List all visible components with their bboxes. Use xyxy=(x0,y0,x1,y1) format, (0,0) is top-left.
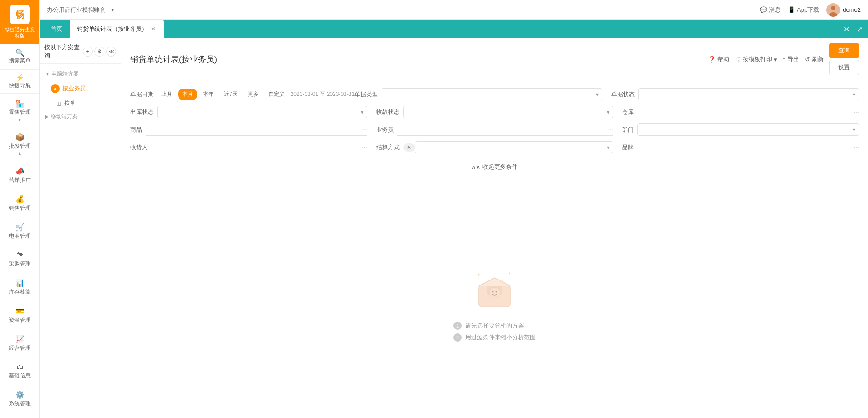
page-actions: ❓ 帮助 🖨 按模板打印 ▾ ↑ 导出 ↺ 刷新 xyxy=(708,43,859,75)
app-subtitle: 标版 xyxy=(4,33,36,39)
sidebar-item-retail[interactable]: 🏪 零售管理 ▼ xyxy=(0,94,39,128)
tip-num-2: 2 xyxy=(453,333,462,342)
system-icon: ⚙️ xyxy=(15,390,24,399)
scheme-subitem-by-order[interactable]: ⊞ 按单 xyxy=(40,97,121,110)
date-btn-last7[interactable]: 近7天 xyxy=(220,89,242,100)
tab-close-icon[interactable]: ✕ xyxy=(150,25,156,33)
left-panel: 按以下方案查询 + ⚙ ≪ ▼ 电脑端方案 xyxy=(40,38,121,418)
print-btn[interactable]: 🖨 按模板打印 ▾ xyxy=(735,55,777,63)
purchase-icon: 🛍 xyxy=(16,251,24,259)
help-icon: ❓ xyxy=(708,56,716,63)
filter-area: 单据日期 上月 本月 本年 近7天 更多 自定义 2023-03-01 至 20… xyxy=(121,81,868,182)
operations-icon: 📈 xyxy=(15,335,24,343)
topbar: 办公用品行业模拟账套 ▾ 💬 消息 📱 App下载 demo2 xyxy=(40,0,868,20)
filter-receiver: 收货人 ··· xyxy=(130,142,367,153)
sidebar-item-base[interactable]: 🗂 基础信息 xyxy=(0,357,39,385)
app-download-label: App下载 xyxy=(797,6,819,14)
topbar-dropdown-icon[interactable]: ▾ xyxy=(111,6,114,13)
settlement-select[interactable] xyxy=(415,141,613,153)
tab-close-window-icon[interactable]: ✕ xyxy=(842,23,851,35)
message-btn[interactable]: 💬 消息 xyxy=(760,6,781,14)
help-btn[interactable]: ❓ 帮助 xyxy=(708,55,729,63)
filter-row-2: 出库状态 收款状态 xyxy=(130,106,859,118)
brand-dots-btn[interactable]: ··· xyxy=(854,143,859,151)
query-action-area: 查询 设置 xyxy=(829,43,859,75)
stock-status-select[interactable] xyxy=(157,106,367,118)
doc-type-select[interactable] xyxy=(382,88,602,100)
refresh-btn[interactable]: ↺ 刷新 xyxy=(805,55,824,63)
tab-sales-stats[interactable]: 销货单统计表（按业务员） ✕ xyxy=(70,20,164,38)
sidebar-item-operations[interactable]: 📈 经营管理 xyxy=(0,329,39,357)
brand-input[interactable] xyxy=(637,142,852,153)
dept-label: 部门 xyxy=(622,126,634,134)
settings-btn[interactable]: 设置 xyxy=(829,60,859,75)
sidebar-nav: 🏪 零售管理 ▼ 📦 批发管理 ▲ 📣 营销推广 💰 销售管理 🛒 电商管理 🛍… xyxy=(0,94,39,418)
empty-state: ✦ ✦ ✦ 1 请先选择要分析的方案 2 用过滤条件来缩小分析范围 xyxy=(121,182,868,418)
warehouse-dots-btn[interactable]: ··· xyxy=(854,108,859,115)
sidebar-item-sales[interactable]: 💰 销售管理 xyxy=(0,190,39,218)
date-btn-last-month[interactable]: 上月 xyxy=(157,89,176,100)
scheme-section: ▼ 电脑端方案 ● 按业务员 ⊞ 按单 ▶ 移动端方案 xyxy=(40,64,121,127)
sidebar-quick-nav[interactable]: ⚡ 快捷导航 xyxy=(0,70,39,94)
logo-icon: 畅 xyxy=(15,9,24,21)
desktop-group-label[interactable]: ▼ 电脑端方案 xyxy=(40,67,121,81)
receiver-dots-btn[interactable]: ··· xyxy=(362,143,367,151)
left-panel-title: 按以下方案查询 xyxy=(44,43,80,60)
sidebar-item-inventory[interactable]: 📊 库存核算 xyxy=(0,273,39,301)
tab-home-label: 首页 xyxy=(51,25,62,33)
goods-input[interactable] xyxy=(146,124,360,135)
add-scheme-btn[interactable]: + xyxy=(83,47,93,57)
salesperson-dots-btn[interactable]: ··· xyxy=(608,126,613,133)
scheme-settings-btn[interactable]: ⚙ xyxy=(94,47,104,57)
collapse-bar[interactable]: ∧∧ 收起更多条件 xyxy=(130,159,859,175)
tip-text-2: 用过滤条件来缩小分析范围 xyxy=(465,333,536,342)
scheme-item-by-salesperson[interactable]: ● 按业务员 xyxy=(40,81,121,97)
receiver-input[interactable] xyxy=(151,142,360,153)
inventory-icon: 📊 xyxy=(15,279,24,287)
date-btn-this-year[interactable]: 本年 xyxy=(199,89,218,100)
stock-status-select-wrap xyxy=(157,106,367,118)
date-btn-more[interactable]: 更多 xyxy=(244,89,263,100)
sidebar-search[interactable]: 🔍 搜索菜单 xyxy=(0,44,39,70)
quick-nav-label: 快捷导航 xyxy=(9,82,31,89)
filter-brand: 品牌 ··· xyxy=(622,142,859,153)
sidebar-item-wholesale[interactable]: 📦 批发管理 ▲ xyxy=(0,128,39,162)
pay-status-select[interactable] xyxy=(403,106,613,118)
tabbar: 首页 销货单统计表（按业务员） ✕ ✕ ⤢ xyxy=(40,20,868,38)
tab-home[interactable]: 首页 xyxy=(43,20,70,38)
panel-collapse-btn[interactable]: ≪ xyxy=(106,47,116,57)
goods-dots-btn[interactable]: ··· xyxy=(362,126,367,133)
query-btn[interactable]: 查询 xyxy=(829,43,859,58)
dept-select[interactable] xyxy=(637,124,859,136)
salesperson-input[interactable] xyxy=(397,124,606,135)
goods-label: 商品 xyxy=(130,126,142,134)
sidebar-item-system[interactable]: ⚙️ 系统管理 xyxy=(0,385,39,413)
mobile-group-label[interactable]: ▶ 移动端方案 xyxy=(40,110,121,123)
tab-maximize-icon[interactable]: ⤢ xyxy=(855,23,864,35)
settlement-x-icon[interactable]: ✕ xyxy=(407,144,411,151)
topbar-title: 办公用品行业模拟账套 xyxy=(47,6,106,14)
app-download-btn[interactable]: 📱 App下载 xyxy=(788,6,819,14)
filter-row-4: 收货人 ··· 结算方式 ✕ xyxy=(130,141,859,153)
pay-status-select-wrap xyxy=(403,106,613,118)
refresh-label: 刷新 xyxy=(812,55,824,63)
mobile-group-arrow-icon: ▶ xyxy=(45,114,49,119)
warehouse-input[interactable] xyxy=(637,106,852,118)
doc-status-select[interactable] xyxy=(638,88,859,100)
scheme-group-mobile: ▶ 移动端方案 xyxy=(40,110,121,123)
print-label: 按模板打印 xyxy=(743,55,772,63)
date-btn-custom[interactable]: 自定义 xyxy=(264,89,289,100)
receiver-label: 收货人 xyxy=(130,143,148,152)
app-logo[interactable]: 畅 畅捷通好生意 标版 xyxy=(0,0,39,44)
sidebar-item-finance[interactable]: 💳 资金管理 xyxy=(0,301,39,329)
svg-text:✦: ✦ xyxy=(501,279,504,282)
sidebar-item-cooperation[interactable]: 🤝 企业协同 xyxy=(0,413,39,418)
export-label: 导出 xyxy=(788,55,799,63)
sidebar-item-ecommerce[interactable]: 🛒 电商管理 xyxy=(0,218,39,246)
user-area[interactable]: demo2 xyxy=(826,3,861,17)
filter-warehouse: 仓库 ··· xyxy=(622,106,859,118)
export-btn[interactable]: ↑ 导出 xyxy=(783,55,799,63)
sidebar-item-marketing[interactable]: 📣 营销推广 xyxy=(0,162,39,190)
sidebar-item-purchase[interactable]: 🛍 采购管理 xyxy=(0,246,39,273)
date-btn-this-month[interactable]: 本月 xyxy=(178,89,197,100)
